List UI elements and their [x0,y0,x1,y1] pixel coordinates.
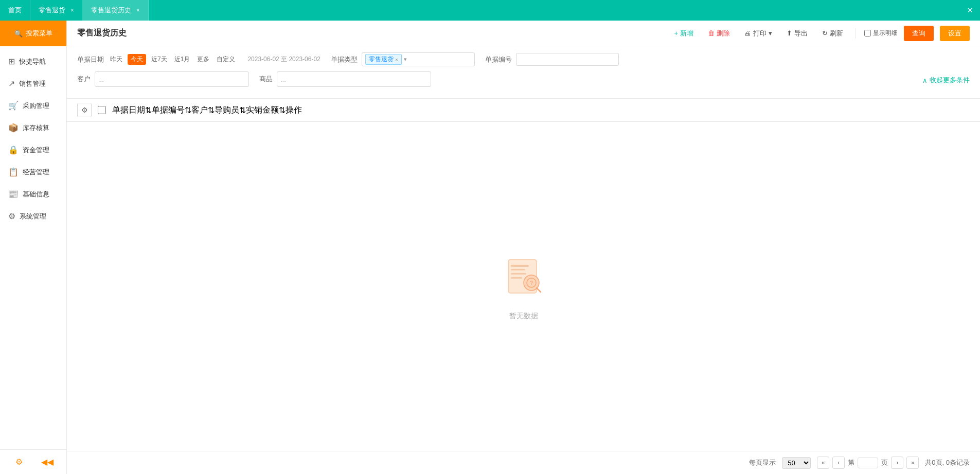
sidebar-item-stock-calc[interactable]: 📦 库存核算 [0,117,66,139]
main-layout: 🔍 搜索菜单 ⊞ 快捷导航 ↗ 销售管理 🛒 采购管理 📦 库存核算 🔒 [0,21,980,474]
page-nav: « ‹ 第 1 页 › » [817,457,919,469]
type-dropdown-arrow: ▾ [404,56,407,63]
collapse-button[interactable]: ∧ 收起更多条件 [922,76,970,85]
tab-retail-return-history[interactable]: 零售退货历史 × [83,0,149,21]
sidebar-item-label: 快捷导航 [19,57,46,66]
date-custom[interactable]: 自定义 [215,54,237,65]
page-number-input[interactable]: 1 [858,458,878,468]
new-button[interactable]: + 新增 [670,27,698,40]
sort-amount-icon: ⇅ [279,105,286,115]
sort-customer-icon: ⇅ [208,105,215,115]
goods-placeholder: ... [280,76,286,83]
tab-retail-return-close[interactable]: × [70,7,74,14]
svg-rect-3 [511,273,526,275]
goods-filter-label: 商品 [259,75,273,84]
collapse-up-icon: ∧ [922,77,928,84]
sys-mgmt-icon: ⚙ [8,211,15,221]
tab-home-label: 首页 [8,6,22,15]
date-filter: 单据日期 昨天 今天 近7天 近1月 更多 自定义 [77,54,237,65]
print-icon: 🖨 [744,29,751,37]
type-input[interactable]: 零售退货 × ▾ [362,52,475,66]
sidebar-item-label: 系统管理 [20,212,46,221]
sidebar-settings-button[interactable]: ⚙ [11,454,27,470]
first-page-icon: « [822,459,825,466]
num-filter-label: 单据编号 [485,55,512,64]
base-info-icon: 📰 [8,189,19,199]
tab-home[interactable]: 首页 [0,0,30,21]
sidebar-item-purchase-mgmt[interactable]: 🛒 采购管理 [0,95,66,117]
select-all-checkbox[interactable] [98,106,106,114]
page-size-label: 每页显示 [749,458,776,467]
date-shortcuts: 昨天 今天 近7天 近1月 更多 自定义 [108,54,237,65]
sidebar-audio-button[interactable]: ◀◀ [39,454,56,470]
quick-nav-icon: ⊞ [8,57,15,66]
date-more[interactable]: 更多 [195,54,211,65]
delete-button[interactable]: 🗑 删除 [704,27,734,40]
sidebar-item-sys-mgmt[interactable]: ⚙ 系统管理 [0,205,66,227]
sidebar-item-label: 经营管理 [23,168,49,177]
prev-page-button[interactable]: ‹ [832,457,845,469]
goods-input[interactable]: ... [277,71,431,87]
sidebar-item-label: 基础信息 [23,190,49,199]
type-tag-close[interactable]: × [395,57,398,63]
sidebar-item-finance-mgmt[interactable]: 🔒 资金管理 [0,139,66,161]
sort-num-icon: ⇅ [185,105,191,115]
header-actions: + 新增 🗑 删除 🖨 打印 ▾ ⬆ 导出 ↻ [670,26,970,41]
empty-text: 暂无数据 [509,312,538,321]
tab-retail-return[interactable]: 零售退货 × [30,0,83,21]
sidebar-bottom: ⚙ ◀◀ [0,449,66,474]
num-filter: 单据编号 [485,53,619,66]
sidebar-item-sales-mgmt[interactable]: ↗ 销售管理 [0,72,66,95]
sidebar-item-label: 库存核算 [23,123,49,133]
sidebar-search-label: 搜索菜单 [26,29,52,38]
date-1month[interactable]: 近1月 [172,54,192,65]
refresh-button[interactable]: ↻ 刷新 [818,27,847,40]
sidebar-item-quick-nav[interactable]: ⊞ 快捷导航 [0,50,66,72]
prev-page-icon: ‹ [838,459,840,466]
window-close-button[interactable]: × [960,0,980,21]
type-filter: 单据类型 零售退货 × ▾ [331,52,475,66]
svg-line-7 [537,288,541,292]
sidebar-item-ops-mgmt[interactable]: 📋 经营管理 [0,161,66,183]
export-button[interactable]: ⬆ 导出 [782,27,812,40]
jump-label: 第 [848,458,854,467]
show-detail-text: 显示明细 [873,29,898,38]
audio-icon: ◀◀ [41,457,54,467]
sidebar-nav: ⊞ 快捷导航 ↗ 销售管理 🛒 采购管理 📦 库存核算 🔒 资金管理 📋 经 [0,46,66,449]
empty-state-icon: ? [498,252,549,303]
sidebar-item-label: 资金管理 [23,145,49,155]
delete-label: 删除 [717,29,730,38]
sidebar-item-base-info[interactable]: 📰 基础信息 [0,183,66,205]
first-page-button[interactable]: « [817,457,829,469]
type-tag-label: 零售退货 [369,55,394,64]
customer-filter: 客户 ... [77,71,249,87]
sidebar-search-button[interactable]: 🔍 搜索菜单 [0,21,66,46]
print-button[interactable]: 🖨 打印 ▾ [740,27,776,40]
date-yesterday[interactable]: 昨天 [108,54,124,65]
tab-retail-return-history-close[interactable]: × [136,7,140,14]
last-page-button[interactable]: » [906,457,919,469]
goods-filter: 商品 ... [259,71,431,87]
num-input[interactable] [516,53,619,66]
total-info: 共0页, 0条记录 [925,458,970,467]
page-header: 零售退货历史 + 新增 🗑 删除 🖨 打印 ▾ ⬆ 导出 [67,21,980,46]
refresh-label: 刷新 [830,29,843,38]
page-size-select[interactable]: 50 100 200 [782,457,811,469]
new-label: 新增 [680,29,693,38]
date-7days[interactable]: 近7天 [149,54,169,65]
svg-text:?: ? [530,280,533,286]
show-detail-label: 显示明细 [864,29,898,38]
print-label: 打印 [753,29,767,38]
next-page-button[interactable]: › [891,457,903,469]
table-settings-button[interactable]: ⚙ [77,103,92,117]
show-detail-checkbox[interactable] [864,30,871,37]
settings-button[interactable]: 设置 [940,26,970,41]
tab-retail-return-label: 零售退货 [39,6,65,15]
new-icon: + [674,29,678,37]
filter-row-1: 单据日期 昨天 今天 近7天 近1月 更多 自定义 2023-06-02 至 2… [77,52,970,66]
date-today[interactable]: 今天 [128,54,146,65]
empty-state: ? 暂无数据 [67,122,980,451]
query-button[interactable]: 查询 [904,26,934,41]
table-settings-icon: ⚙ [81,106,88,114]
customer-input[interactable]: ... [95,71,249,87]
